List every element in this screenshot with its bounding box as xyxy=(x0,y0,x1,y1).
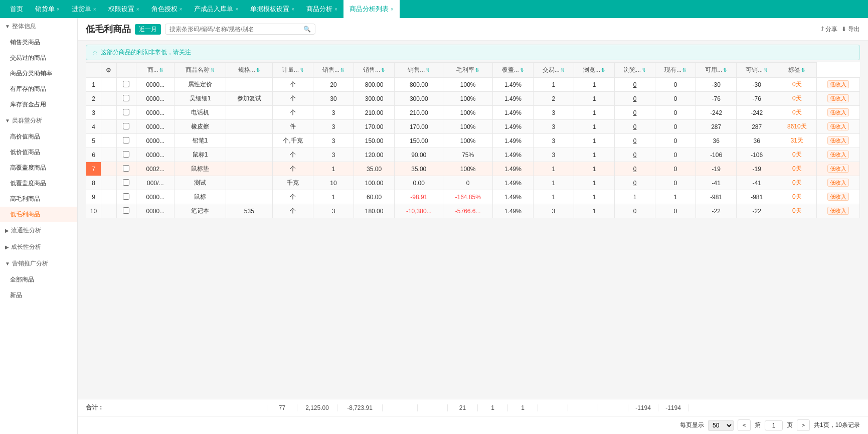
row-checkbox[interactable] xyxy=(123,95,129,101)
col-header-10[interactable]: 覆盖...⇅ xyxy=(492,63,533,78)
cell-gear xyxy=(101,134,117,148)
col-header-11[interactable]: 交易...⇅ xyxy=(533,63,574,78)
col-header-6[interactable]: 销售...⇅ xyxy=(313,63,354,78)
row-checkbox[interactable] xyxy=(123,81,129,87)
close-tab-icon[interactable]: × xyxy=(291,7,294,12)
col-header-8[interactable]: 销售...⇅ xyxy=(395,63,443,78)
nav-item-商品分析列表[interactable]: 商品分析列表× xyxy=(343,0,400,18)
close-tab-icon[interactable]: × xyxy=(391,7,394,12)
sidebar-item-销售类商品[interactable]: 销售类商品 xyxy=(0,35,77,50)
nav-item-产成品入库单[interactable]: 产成品入库单× xyxy=(188,0,244,18)
next-page-button[interactable]: ＞ xyxy=(797,419,810,431)
sidebar-item-低覆盖度商品[interactable]: 低覆盖度商品 xyxy=(0,176,77,191)
row-checkbox[interactable] xyxy=(123,193,129,200)
col-header-12[interactable]: 浏览...⇅ xyxy=(574,63,614,78)
sidebar-section-流通性分析[interactable]: ▶流通性分析 xyxy=(0,222,77,239)
close-tab-icon[interactable]: × xyxy=(235,7,238,12)
browse1-link[interactable]: 0 xyxy=(633,109,637,116)
col-header-3[interactable]: 商品名称⇅ xyxy=(175,63,226,78)
close-tab-icon[interactable]: × xyxy=(180,7,183,12)
cell-available: 36 xyxy=(737,134,777,148)
sort-icon: ⇅ xyxy=(642,68,646,73)
sidebar-item-全部商品[interactable]: 全部商品 xyxy=(0,272,77,287)
page-size-label: 每页显示 xyxy=(680,421,704,429)
sidebar-item-商品分类助销率[interactable]: 商品分类助销率 xyxy=(0,66,77,81)
browse1-link[interactable]: 0 xyxy=(633,152,637,159)
col-header-16[interactable]: 可销...⇅ xyxy=(737,63,777,78)
row-checkbox[interactable] xyxy=(123,151,129,158)
sidebar-item-有库存的商品[interactable]: 有库存的商品 xyxy=(0,81,77,97)
page-number-input[interactable] xyxy=(765,420,783,430)
sidebar-section-整体信息[interactable]: ▼整体信息 xyxy=(0,18,77,35)
close-tab-icon[interactable]: × xyxy=(334,7,337,12)
sidebar-item-低毛利商品[interactable]: 低毛利商品 xyxy=(0,207,77,222)
browse1-link[interactable]: 0 xyxy=(633,208,637,215)
period-tag-button[interactable]: 近一月 xyxy=(135,24,161,35)
cell-browse1[interactable]: 0 xyxy=(615,176,655,190)
export-button[interactable]: ⬇ 导出 xyxy=(841,25,860,34)
sidebar-item-高覆盖度商品[interactable]: 高覆盖度商品 xyxy=(0,160,77,176)
browse1-link[interactable]: 0 xyxy=(633,81,637,88)
col-header-17[interactable]: 标签⇅ xyxy=(777,63,817,78)
cell-browse1[interactable]: 0 xyxy=(615,148,655,162)
sidebar-item-新品[interactable]: 新品 xyxy=(0,287,77,303)
sidebar-section-营销推广分析[interactable]: ▼营销推广分析 xyxy=(0,255,77,272)
sidebar-item-库存资金占用[interactable]: 库存资金占用 xyxy=(0,97,77,112)
cell-browse1[interactable]: 0 xyxy=(615,134,655,148)
search-icon[interactable]: 🔍 xyxy=(303,26,311,33)
row-checkbox[interactable] xyxy=(123,165,129,172)
table-row: 70002...鼠标垫个135.0035.00100%1.49%1100-19-… xyxy=(86,162,860,176)
cell-margin: 1.49% xyxy=(492,120,533,134)
row-checkbox[interactable] xyxy=(123,137,129,143)
cell-code: 0002... xyxy=(136,162,175,176)
col-header-9[interactable]: 毛利率⇅ xyxy=(443,63,492,78)
nav-item-单据模板设置[interactable]: 单据模板设置× xyxy=(244,0,300,18)
page-size-select[interactable]: 50 100 200 xyxy=(708,420,734,431)
nav-item-商品分析[interactable]: 商品分析× xyxy=(300,0,343,18)
sidebar-section-类群堂分析[interactable]: ▼类群堂分析 xyxy=(0,112,77,129)
nav-item-权限设置[interactable]: 权限设置× xyxy=(102,0,145,18)
col-header-15[interactable]: 可用...⇅ xyxy=(696,63,737,78)
browse1-link[interactable]: 0 xyxy=(633,95,637,102)
cell-browse1[interactable]: 0 xyxy=(615,204,655,218)
tag-badge: 低收入 xyxy=(827,80,849,88)
row-checkbox[interactable] xyxy=(123,123,129,129)
row-checkbox[interactable] xyxy=(123,179,129,186)
cell-browse1[interactable]: 0 xyxy=(615,162,655,176)
close-tab-icon[interactable]: × xyxy=(136,7,139,12)
cell-browse2: 0 xyxy=(655,92,696,106)
prev-page-button[interactable]: ＜ xyxy=(738,419,751,431)
row-checkbox[interactable] xyxy=(123,207,129,214)
col-header-2[interactable]: 商...⇅ xyxy=(136,63,175,78)
sidebar-section-成长性分析[interactable]: ▶成长性分析 xyxy=(0,239,77,255)
browse1-link[interactable]: 0 xyxy=(633,137,637,144)
sidebar-item-交易过的商品[interactable]: 交易过的商品 xyxy=(0,50,77,66)
col-header-13[interactable]: 浏览...⇅ xyxy=(615,63,655,78)
browse1-link[interactable]: 0 xyxy=(633,166,637,173)
cell-browse1[interactable]: 0 xyxy=(615,92,655,106)
cell-browse1[interactable]: 0 xyxy=(615,120,655,134)
close-tab-icon[interactable]: × xyxy=(93,7,96,12)
col-header-14[interactable]: 现有...⇅ xyxy=(655,63,696,78)
col-header-7[interactable]: 销售...⇅ xyxy=(354,63,395,78)
cell-spec xyxy=(226,148,272,162)
cell-browse1[interactable]: 0 xyxy=(615,78,655,92)
sidebar-item-低价值商品[interactable]: 低价值商品 xyxy=(0,144,77,160)
sidebar-item-高价值商品[interactable]: 高价值商品 xyxy=(0,129,77,144)
footer-cell-10 xyxy=(568,404,598,411)
share-button[interactable]: ⤴ 分享 xyxy=(821,25,837,34)
browse1-link[interactable]: 0 xyxy=(633,123,637,130)
row-checkbox[interactable] xyxy=(123,109,129,115)
close-tab-icon[interactable]: × xyxy=(57,7,60,12)
search-input[interactable] xyxy=(169,26,301,33)
nav-item-首页[interactable]: 首页 xyxy=(4,0,29,18)
sidebar-item-高毛利商品[interactable]: 高毛利商品 xyxy=(0,191,77,207)
browse1-link[interactable]: 0 xyxy=(633,180,637,187)
nav-item-角色授权[interactable]: 角色授权× xyxy=(145,0,189,18)
cell-browse1[interactable]: 0 xyxy=(615,106,655,120)
cell-price1: 150.00 xyxy=(354,134,395,148)
nav-item-进货单[interactable]: 进货单× xyxy=(66,0,102,18)
col-header-4[interactable]: 规格...⇅ xyxy=(226,63,272,78)
col-header-5[interactable]: 计量...⇅ xyxy=(272,63,313,78)
nav-item-销货单[interactable]: 销货单× xyxy=(29,0,66,18)
